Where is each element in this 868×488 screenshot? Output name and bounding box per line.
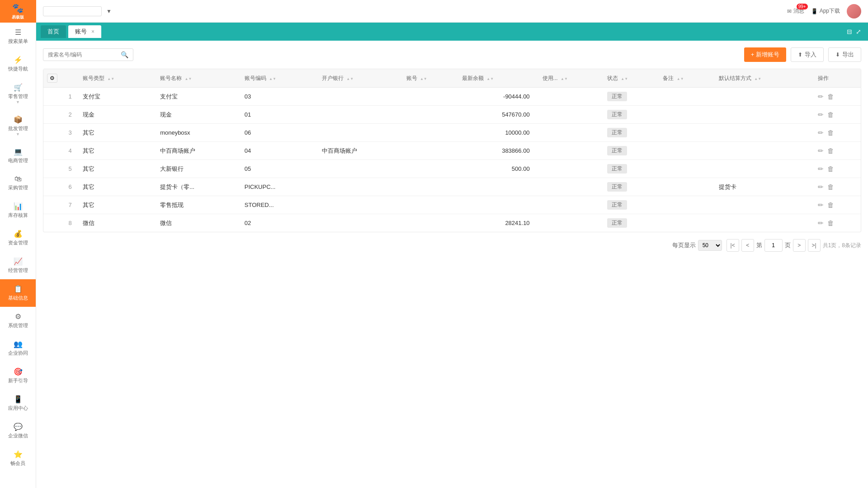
topbar-search-input[interactable]: [47, 8, 88, 14]
delete-btn[interactable]: 🗑: [827, 219, 834, 227]
row-usage: [539, 106, 604, 124]
sidebar-item-quicknav[interactable]: ⚡ 快捷导航: [0, 50, 36, 78]
app-download-btn[interactable]: 📱 App下载: [811, 7, 840, 15]
data-table: ⚙ 账号类型 ▲▼ 账号名称 ▲▼ 账号编码 ▲▼: [43, 69, 861, 232]
row-status: 正常: [604, 160, 659, 178]
delete-btn[interactable]: 🗑: [827, 147, 834, 155]
tab-home[interactable]: 首页: [41, 25, 66, 38]
collab-icon: 👥: [14, 340, 23, 348]
edit-btn[interactable]: ✏: [818, 111, 824, 119]
sidebar-item-collab[interactable]: 👥 企业协同: [0, 334, 36, 362]
sidebar-item-inventory[interactable]: 📊 库存核算: [0, 197, 36, 224]
search-icon[interactable]: 🔍: [121, 51, 128, 58]
edit-btn[interactable]: ✏: [818, 183, 824, 191]
operation-icon: 📈: [14, 257, 23, 266]
delete-btn[interactable]: 🗑: [827, 201, 834, 209]
delete-btn[interactable]: 🗑: [827, 111, 834, 118]
topbar-dropdown[interactable]: ▼: [106, 8, 112, 14]
content-area: 🔍 + 新增账号 ⬆ 导入 ⬇ 导出: [36, 41, 868, 488]
sidebar-item-search[interactable]: ☰ 搜索菜单: [0, 23, 36, 50]
sidebar-item-retail[interactable]: 🛒 零售管理 ▼: [0, 78, 36, 110]
wholesale-icon: 📦: [14, 115, 23, 124]
col-header-bank[interactable]: 开户银行 ▲▼: [318, 69, 403, 88]
search-input[interactable]: [48, 52, 121, 58]
row-name: 提货卡（零...: [156, 178, 241, 196]
wechat-icon: 💬: [14, 422, 23, 431]
page-prev-btn[interactable]: <: [741, 239, 754, 252]
row-settings: [43, 142, 61, 160]
page-number-input[interactable]: [764, 239, 783, 252]
add-account-btn[interactable]: + 新增账号: [744, 47, 786, 62]
page-last-btn[interactable]: >|: [808, 239, 821, 252]
row-settle: [715, 160, 814, 178]
page-first-btn[interactable]: |<: [726, 239, 739, 252]
row-code: 06: [241, 124, 318, 142]
col-header-account[interactable]: 账号 ▲▼: [403, 69, 458, 88]
tab-account[interactable]: 账号 ×: [68, 25, 101, 38]
sidebar-item-wholesale[interactable]: 📦 批发管理 ▼: [0, 110, 36, 142]
row-account: [403, 196, 458, 214]
logo-icon: 🐾: [12, 3, 24, 14]
row-bank: [318, 160, 403, 178]
delete-btn[interactable]: 🗑: [827, 165, 834, 173]
col-header-status[interactable]: 状态 ▲▼: [604, 69, 659, 88]
row-actions: ✏ 🗑: [814, 124, 861, 142]
col-header-type[interactable]: 账号类型 ▲▼: [79, 69, 156, 88]
delete-btn[interactable]: 🗑: [827, 129, 834, 136]
row-status: 正常: [604, 142, 659, 160]
sort-icon-name: ▲▼: [184, 77, 192, 81]
row-settle: [715, 142, 814, 160]
tab-close-btn[interactable]: ×: [91, 28, 94, 35]
col-header-remark[interactable]: 备注 ▲▼: [659, 69, 715, 88]
edit-btn[interactable]: ✏: [818, 165, 824, 173]
row-usage: [539, 160, 604, 178]
sidebar-item-operation[interactable]: 📈 经营管理: [0, 252, 36, 279]
delete-btn[interactable]: 🗑: [827, 183, 834, 191]
edit-btn[interactable]: ✏: [818, 93, 824, 101]
edit-btn[interactable]: ✏: [818, 201, 824, 209]
row-index: 6: [61, 178, 79, 196]
row-status: 正常: [604, 124, 659, 142]
row-settle: [715, 214, 814, 232]
table-row: 7 其它 零售抵现 STORED... 正常 ✏ 🗑: [43, 196, 861, 214]
row-balance: [458, 196, 539, 214]
tab-collapse-icon[interactable]: ⊟: [847, 28, 852, 35]
col-header-code[interactable]: 账号编码 ▲▼: [241, 69, 318, 88]
row-remark: [659, 124, 715, 142]
sidebar-item-finance[interactable]: 💰 资金管理: [0, 224, 36, 252]
sidebar-item-wechat[interactable]: 💬 企业微信: [0, 417, 36, 445]
sidebar-item-appcenter[interactable]: 📱 应用中心: [0, 389, 36, 417]
page-next-btn[interactable]: >: [793, 239, 806, 252]
row-balance: 547670.00: [458, 106, 539, 124]
row-account: [403, 160, 458, 178]
edit-btn[interactable]: ✏: [818, 219, 824, 227]
edit-btn[interactable]: ✏: [818, 147, 824, 155]
tab-expand-icon[interactable]: ⤢: [856, 28, 861, 35]
delete-btn[interactable]: 🗑: [827, 93, 834, 100]
search-box[interactable]: 🔍: [43, 48, 133, 61]
col-header-balance[interactable]: 最新余额 ▲▼: [458, 69, 539, 88]
col-header-name[interactable]: 账号名称 ▲▼: [156, 69, 241, 88]
column-settings-btn[interactable]: ⚙: [47, 74, 57, 83]
message-btn[interactable]: ✉ 消息 99+: [787, 7, 804, 15]
sidebar-item-member[interactable]: ⭐ 畅会员: [0, 445, 36, 472]
tabbar: 首页 账号 × ⊟ ⤢: [36, 23, 868, 41]
inventory-icon: 📊: [14, 202, 23, 211]
sidebar-item-ecommerce[interactable]: 💻 电商管理: [0, 142, 36, 169]
sort-icon-usage: ▲▼: [561, 77, 568, 81]
sidebar-item-basicinfo[interactable]: 📋 基础信息: [0, 279, 36, 307]
user-avatar[interactable]: [847, 4, 861, 19]
sidebar-item-guide[interactable]: 🎯 新手引导: [0, 362, 36, 389]
edit-btn[interactable]: ✏: [818, 129, 824, 137]
sidebar-item-purchase[interactable]: 🛍 采购管理: [0, 169, 36, 197]
topbar-search-box[interactable]: [43, 6, 102, 16]
per-page-selector: 每页显示 50 100 200: [672, 240, 722, 251]
import-btn[interactable]: ⬆ 导入: [791, 47, 824, 62]
export-btn[interactable]: ⬇ 导出: [828, 47, 861, 62]
col-header-usage[interactable]: 使用... ▲▼: [539, 69, 604, 88]
per-page-select[interactable]: 50 100 200: [698, 240, 722, 251]
message-badge: 99+: [797, 4, 808, 9]
col-header-settle[interactable]: 默认结算方式 ▲▼: [715, 69, 814, 88]
sidebar-item-system[interactable]: ⚙ 系统管理: [0, 307, 36, 334]
row-remark: [659, 178, 715, 196]
